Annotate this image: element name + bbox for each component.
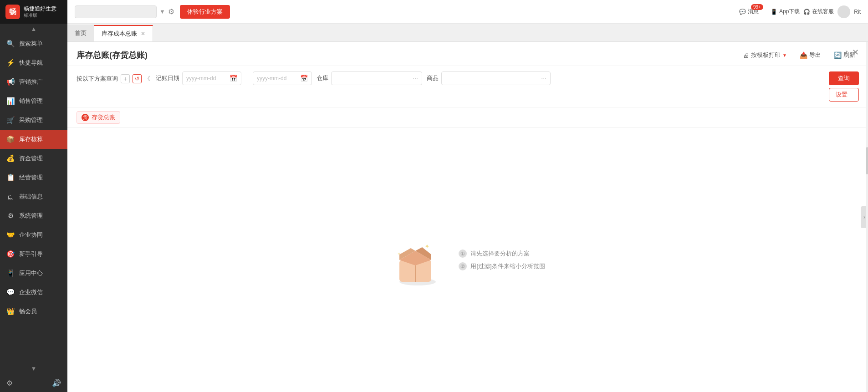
date-start-input[interactable]: yyyy-mm-dd 📅 xyxy=(182,71,241,85)
sidebar-footer: ⚙ 🔊 xyxy=(0,374,67,392)
product-more-icon[interactable]: ··· xyxy=(541,75,546,82)
print-chevron-icon[interactable]: ▼ xyxy=(782,53,787,58)
close-panel-icon[interactable]: ✕ xyxy=(852,47,859,57)
sidebar-scroll-up[interactable]: ▲ xyxy=(0,24,67,34)
sidebar-item-purchase[interactable]: 🛒 采购管理 xyxy=(0,111,67,130)
app-download-btn[interactable]: 📱 App下载 xyxy=(771,8,800,15)
service-btn[interactable]: 🎧 在线客服 xyxy=(803,8,834,15)
page-actions: 🖨 按模板打印 ▼ 📤 导出 🔄 刷新 xyxy=(739,49,859,61)
sidebar-item-system[interactable]: ⚙ 系统管理 xyxy=(0,206,67,225)
export-icon: 📤 xyxy=(800,51,807,59)
calendar-end-icon[interactable]: 📅 xyxy=(300,75,308,82)
audio-icon[interactable]: 🔊 xyxy=(52,379,61,387)
date-end-input[interactable]: yyyy-mm-dd 📅 xyxy=(253,71,312,85)
page-title: 库存总账(存货总账) xyxy=(77,50,148,61)
sidebar-item-sales[interactable]: 📊 销售管理 xyxy=(0,92,67,111)
hint-1-text: 请先选择要分析的方案 xyxy=(470,249,530,258)
scroll-indicator xyxy=(866,42,868,392)
tab-close-icon[interactable]: ✕ xyxy=(141,31,145,37)
scheme-icon: 货 xyxy=(82,114,89,121)
warehouse-field-label: 仓库 xyxy=(317,74,328,82)
content-header-actions: ⤢ ✕ xyxy=(843,47,859,57)
user-area: 💬 消息 99+ 📱 App下载 🎧 在线客服 Rit xyxy=(739,5,861,18)
vip-icon: 👑 xyxy=(6,307,15,316)
sidebar-item-newbie[interactable]: 🎯 新手引导 xyxy=(0,244,67,264)
filter-label-text: 按以下方案查询 xyxy=(77,75,118,83)
breadcrumb-input[interactable] xyxy=(75,5,157,18)
sidebar-logo: 畅 畅捷通好生意 标准版 xyxy=(0,0,67,24)
main: ▼ ⚙ 体验行业方案 💬 消息 99+ 📱 App下载 🎧 在线客服 Rit xyxy=(67,0,868,392)
product-input[interactable]: ··· xyxy=(441,71,551,85)
logo-icon: 畅 xyxy=(5,5,20,19)
empty-hint-2: ② 用[过滤]条件来缩小分析范围 xyxy=(459,262,545,270)
appcenter-icon: 📱 xyxy=(6,269,15,277)
export-label: 导出 xyxy=(809,51,821,59)
filter-row-warehouse: 仓库 ··· xyxy=(317,71,422,85)
scroll-thumb xyxy=(866,147,868,174)
chevron-down-icon[interactable]: ▼ xyxy=(159,8,165,15)
svg-text:✦: ✦ xyxy=(397,251,401,256)
sidebar-item-wechat[interactable]: 💬 企业微信 xyxy=(0,283,67,302)
collapse-filter-icon[interactable]: 《 xyxy=(144,75,150,83)
refresh-icon: 🔄 xyxy=(834,51,842,59)
operations-icon: 📋 xyxy=(6,173,15,182)
user-avatar[interactable] xyxy=(837,5,850,18)
step-2-icon: ② xyxy=(459,262,467,270)
breadcrumb-area: ▼ ⚙ 体验行业方案 xyxy=(75,5,739,19)
calendar-start-icon[interactable]: 📅 xyxy=(230,75,237,82)
page-content: 库存总账(存货总账) 🖨 按模板打印 ▼ 📤 导出 🔄 刷新 xyxy=(67,42,868,392)
sales-icon: 📊 xyxy=(6,97,15,105)
sidebar-item-marketing[interactable]: 📢 营销推广 xyxy=(0,72,67,92)
search-btn[interactable]: 查询 xyxy=(829,71,859,85)
gear-icon[interactable]: ⚙ xyxy=(168,7,174,16)
reset-filter-btn[interactable]: ↺ xyxy=(133,74,142,83)
message-btn[interactable]: 💬 消息 99+ xyxy=(739,8,759,15)
finance-icon: 💰 xyxy=(6,154,15,163)
sidebar-item-basic[interactable]: 🗂 基础信息 xyxy=(0,187,67,206)
logo-text: 畅捷通好生意 标准版 xyxy=(24,5,56,19)
warehouse-input[interactable]: ··· xyxy=(331,71,422,85)
sidebar-item-finance[interactable]: 💰 资金管理 xyxy=(0,149,67,168)
message-badge: 99+ xyxy=(751,4,763,10)
date-separator: — xyxy=(244,75,250,82)
wechat-icon: 💬 xyxy=(6,288,15,296)
empty-illustration: ✦ ✦ xyxy=(390,233,445,287)
sidebar-item-inventory[interactable]: 📦 库存核算 xyxy=(0,130,67,149)
tab-inventory-cost-label: 库存成本总账 xyxy=(102,30,137,38)
sidebar-item-appcenter[interactable]: 📱 应用中心 xyxy=(0,264,67,283)
scheme-list: 货 存货总账 xyxy=(67,107,868,128)
resize-icon[interactable]: ⤢ xyxy=(843,49,848,56)
username-label: Rit xyxy=(854,9,861,15)
step-1-icon: ① xyxy=(459,249,467,258)
export-btn[interactable]: 📤 导出 xyxy=(796,49,825,61)
date-end-placeholder: yyyy-mm-dd xyxy=(257,75,286,81)
sidebar-item-search[interactable]: 🔍 搜索菜单 xyxy=(0,34,67,53)
date-field-label: 记账日期 xyxy=(156,74,179,82)
sidebar-item-vip[interactable]: 👑 畅会员 xyxy=(0,302,67,321)
marketing-icon: 📢 xyxy=(6,78,15,86)
filter-row-date: 记账日期 yyyy-mm-dd 📅 — yyyy-mm-dd 📅 xyxy=(156,71,312,85)
print-btn[interactable]: 🖨 按模板打印 ▼ xyxy=(739,49,791,61)
settings-footer-icon[interactable]: ⚙ xyxy=(6,379,13,387)
warehouse-more-icon[interactable]: ··· xyxy=(413,75,418,82)
sidebar-item-operations[interactable]: 📋 经营管理 xyxy=(0,168,67,187)
app-version: 标准版 xyxy=(24,12,56,18)
newbie-icon: 🎯 xyxy=(6,250,15,258)
message-icon: 💬 xyxy=(739,9,746,15)
phone-icon: 📱 xyxy=(771,9,777,15)
industry-btn[interactable]: 体验行业方案 xyxy=(180,5,230,19)
purchase-icon: 🛒 xyxy=(6,116,15,124)
basic-icon: 🗂 xyxy=(6,193,15,201)
hint-2-text: 用[过滤]条件来缩小分析范围 xyxy=(470,262,545,270)
filter-fields: 记账日期 yyyy-mm-dd 📅 — yyyy-mm-dd 📅 仓库 xyxy=(156,71,823,85)
sidebar-scroll-down[interactable]: ▼ xyxy=(0,363,67,374)
product-field-label: 商品 xyxy=(427,74,439,82)
tab-inventory-cost[interactable]: 库存成本总账 ✕ xyxy=(94,25,153,41)
inventory-icon: 📦 xyxy=(6,135,15,143)
add-filter-btn[interactable]: + xyxy=(121,74,130,83)
sidebar-item-shortcut[interactable]: ⚡ 快捷导航 xyxy=(0,53,67,72)
sidebar-item-enterprise[interactable]: 🤝 企业协同 xyxy=(0,225,67,244)
tab-home[interactable]: 首页 xyxy=(67,25,94,41)
settings-small-btn[interactable]: 设置 xyxy=(829,88,859,102)
scheme-item[interactable]: 货 存货总账 xyxy=(77,111,120,124)
